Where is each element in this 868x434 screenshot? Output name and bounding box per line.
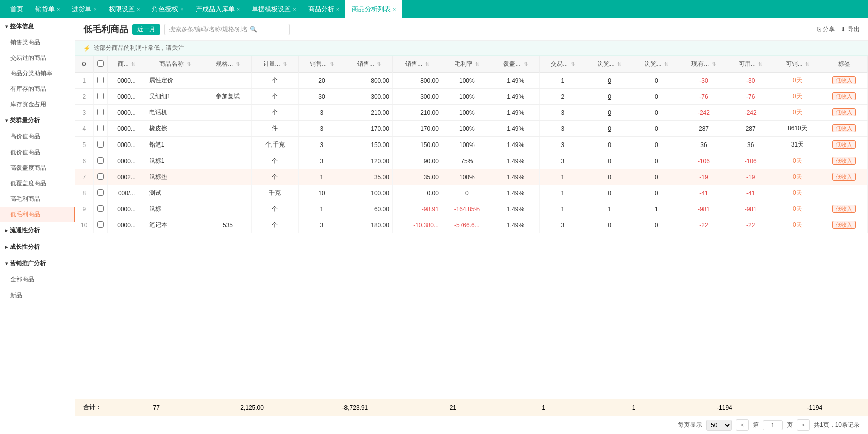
nav-sales-close[interactable]: × [57,6,60,12]
row-view1-val[interactable]: 0 [608,77,611,84]
sidebar-item-low-value[interactable]: 低价值商品 [0,144,75,160]
col-name[interactable]: 商品名称 ⇅ [146,56,204,73]
row-checkbox-cell[interactable] [93,105,107,121]
nav-sales[interactable]: 销货单 × [29,0,66,18]
prev-page-button[interactable]: ＜ [736,419,749,431]
sidebar-section-growth[interactable]: ▸ 成长性分析 [0,239,75,255]
sidebar-section-liquidity[interactable]: ▸ 流通性分析 [0,222,75,239]
col-view1[interactable]: 浏览... ⇅ [586,56,633,73]
select-all-checkbox[interactable] [97,60,104,67]
col-code[interactable]: 商... ⇅ [107,56,146,73]
nav-roles[interactable]: 角色授权 × [146,0,189,18]
row-view1-val[interactable]: 1 [608,206,611,213]
row-view1[interactable]: 0 [586,185,633,201]
row-view1-val[interactable]: 0 [608,190,611,197]
row-checkbox-cell[interactable] [93,185,107,201]
row-checkbox[interactable] [97,173,104,180]
sidebar-item-low-coverage[interactable]: 低覆盖度商品 [0,176,75,191]
sidebar-item-high-value[interactable]: 高价值商品 [0,129,75,144]
row-view1[interactable]: 0 [586,137,633,153]
row-checkbox[interactable] [97,189,104,196]
search-icon[interactable]: 🔍 [250,26,257,33]
sidebar-section-group[interactable]: ▾ 类群量分析 [0,112,75,129]
nav-product-entry-close[interactable]: × [237,6,240,12]
row-view1-val[interactable]: 0 [608,109,611,116]
table-container[interactable]: ⚙ 商... ⇅ 商品名称 ⇅ 规格... ⇅ 计量... ⇅ 销售... ⇅ … [75,56,868,399]
row-view1-val[interactable]: 0 [608,93,611,100]
sidebar-section-marketing[interactable]: ▾ 营销推广分析 [0,255,75,272]
nav-product-entry[interactable]: 产成品入库单 × [190,0,246,18]
col-amount[interactable]: 销售... ⇅ [392,56,442,73]
nav-template-settings-close[interactable]: × [293,6,296,12]
row-view1[interactable]: 0 [586,169,633,185]
row-view1-val[interactable]: 0 [608,158,611,165]
row-checkbox[interactable] [97,221,104,228]
nav-product-analysis-close[interactable]: × [336,6,339,12]
row-checkbox[interactable] [97,141,104,148]
col-view2[interactable]: 浏览... ⇅ [633,56,680,73]
sidebar-item-stock-funds[interactable]: 库存资金占用 [0,97,75,112]
col-settings[interactable]: ⚙ [75,56,93,73]
row-view1-val[interactable]: 0 [608,222,611,229]
nav-roles-close[interactable]: × [180,6,183,12]
col-sellable[interactable]: 可销... ⇅ [774,56,821,73]
col-trade[interactable]: 交易... ⇅ [539,56,586,73]
col-checkbox[interactable] [93,56,107,73]
row-checkbox-cell[interactable] [93,201,107,217]
nav-purchase[interactable]: 进货单 × [66,0,102,18]
row-view1[interactable]: 0 [586,105,633,121]
share-button[interactable]: ⎘ 分享 [817,25,835,34]
sidebar-item-new-goods[interactable]: 新品 [0,287,75,303]
row-checkbox-cell[interactable] [93,89,107,105]
sidebar-item-high-margin[interactable]: 高毛利商品 [0,191,75,207]
col-price[interactable]: 销售... ⇅ [345,56,393,73]
next-page-button[interactable]: ＞ [797,419,810,431]
sidebar-item-low-margin[interactable]: 低毛利商品 [0,207,75,222]
row-checkbox[interactable] [97,205,104,212]
row-checkbox[interactable] [97,125,104,131]
row-checkbox[interactable] [97,77,104,83]
col-available[interactable]: 可用... ⇅ [727,56,774,73]
row-checkbox[interactable] [97,93,104,99]
page-input[interactable] [763,420,783,430]
row-view1[interactable]: 0 [586,73,633,89]
col-gross-rate[interactable]: 毛利率 ⇅ [442,56,492,73]
nav-home[interactable]: 首页 [4,0,29,18]
row-checkbox-cell[interactable] [93,217,107,233]
sidebar-item-stock-goods[interactable]: 有库存的商品 [0,81,75,97]
nav-product-analysis-list-close[interactable]: × [393,6,396,12]
export-button[interactable]: ⬇ 导出 [841,25,860,34]
sidebar-section-overall[interactable]: ▾ 整体信息 [0,18,75,35]
page-size-select[interactable]: 50 100 200 [706,420,732,431]
nav-permissions-close[interactable]: × [137,6,140,12]
col-spec[interactable]: 规格... ⇅ [204,56,252,73]
row-view1-val[interactable]: 0 [608,141,611,149]
sidebar-item-traded-goods[interactable]: 交易过的商品 [0,50,75,66]
nav-permissions[interactable]: 权限设置 × [103,0,146,18]
col-tag[interactable]: 标签 [821,56,867,73]
row-view1[interactable]: 0 [586,121,633,137]
col-coverage[interactable]: 覆盖... ⇅ [492,56,539,73]
row-checkbox[interactable] [97,109,104,115]
nav-product-analysis[interactable]: 商品分析 × [302,0,345,18]
row-view1[interactable]: 0 [586,217,633,233]
row-view1[interactable]: 0 [586,153,633,169]
col-qty[interactable]: 销售... ⇅ [298,56,345,73]
sidebar-item-sales-goods[interactable]: 销售类商品 [0,35,75,50]
row-view1-val[interactable]: 0 [608,125,611,132]
sidebar-item-high-coverage[interactable]: 高覆盖度商品 [0,160,75,176]
search-box[interactable]: 搜索多条/编码/名称/规格/别名 🔍 [164,24,290,35]
row-checkbox-cell[interactable] [93,169,107,185]
row-view1-val[interactable]: 0 [608,174,611,181]
row-checkbox-cell[interactable] [93,153,107,169]
row-checkbox-cell[interactable] [93,121,107,137]
date-filter-button[interactable]: 近一月 [132,24,160,35]
row-checkbox-cell[interactable] [93,73,107,89]
row-view1[interactable]: 0 [586,89,633,105]
row-checkbox-cell[interactable] [93,137,107,153]
col-unit[interactable]: 计量... ⇅ [251,56,298,73]
sidebar-item-category-rate[interactable]: 商品分类助销率 [0,66,75,81]
row-view1[interactable]: 1 [586,201,633,217]
nav-purchase-close[interactable]: × [93,6,96,12]
nav-product-analysis-list[interactable]: 商品分析列表 × [345,0,402,18]
